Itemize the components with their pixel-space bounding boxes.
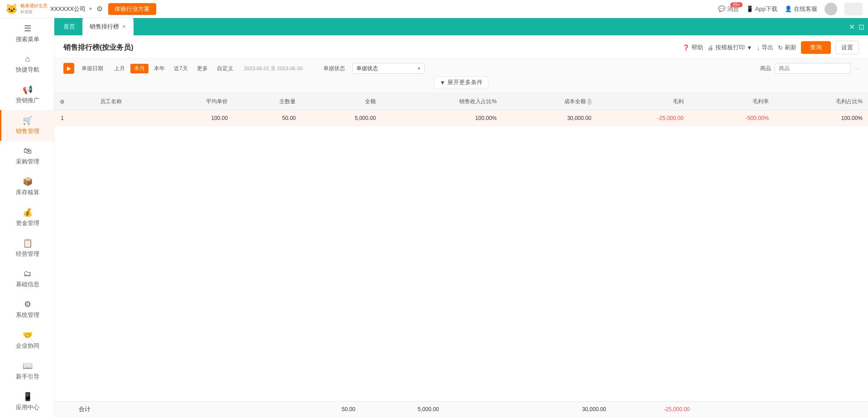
chevron-down-icon[interactable]: ▼ xyxy=(88,6,93,11)
status-filter-group: 单据状态 xyxy=(323,65,345,72)
status-select[interactable]: 单据状态 xyxy=(352,63,425,74)
export-button[interactable]: ↓ 导出 xyxy=(757,43,774,52)
sidebar-item-marketing[interactable]: 📢 营销推广 xyxy=(0,79,54,110)
expand-button[interactable]: ▼ 展开更多条件 xyxy=(434,77,489,88)
app-icon: 📱 xyxy=(746,5,753,12)
company-selector[interactable]: 🐱 畅康通好生意 标准版 XXXXXX公司 ▼ xyxy=(5,3,93,15)
col-profit-rate: 毛利率 xyxy=(689,93,775,110)
cell-profit-pct: 100.00% xyxy=(774,110,868,126)
brand-area: 畅康通好生意 标准版 xyxy=(20,3,48,15)
goods-more-icon[interactable]: ··· xyxy=(854,65,859,72)
try-button[interactable]: 体验行业方案 xyxy=(108,3,156,15)
sidebar-label-search-orders: 搜索菜单 xyxy=(16,35,39,43)
sidebar-item-quick-nav[interactable]: ⌂ 快捷导航 xyxy=(0,49,54,79)
brand-edition: 标准版 xyxy=(20,9,48,15)
message-icon: 💬 xyxy=(718,5,725,12)
col-amount: 全额 xyxy=(301,93,381,110)
page-actions: ❓ 帮助 🖨 按模板打印 ▼ ↓ 导出 ↻ 刷新 xyxy=(682,41,859,54)
sidebar-icon-quick-nav: ⌂ xyxy=(25,54,30,64)
col-cost: 成本全额 i xyxy=(502,93,597,110)
cell-sales-pct: 100.00% xyxy=(381,110,502,126)
status-label: 单据状态 xyxy=(323,65,345,72)
sidebar-icon-marketing: 📢 xyxy=(23,85,33,95)
filter-toggle-btn[interactable]: ▶ xyxy=(63,63,74,74)
sidebar-item-search-orders[interactable]: ☰ 搜索菜单 xyxy=(0,18,54,49)
table-footer: 合计 50.00 5,000.00 30,000.00 -25,000.00 xyxy=(54,401,868,417)
logo-icon: 🐱 xyxy=(5,3,18,15)
col-avg-price: 平均单价 xyxy=(152,93,233,110)
app-download-button[interactable]: 📱 App下载 xyxy=(746,5,777,13)
print-button[interactable]: 🖨 按模板打印 ▼ xyxy=(708,43,753,52)
sidebar-icon-system-mgmt: ⚙ xyxy=(24,299,31,309)
goods-filter-group: 商品 ··· xyxy=(760,63,859,74)
footer-label: 合计 xyxy=(73,405,193,413)
sidebar-item-enterprise[interactable]: 🤝 企业协同 xyxy=(0,325,54,355)
page-header: 销售排行榜(按业务员) ❓ 帮助 🖨 按模板打印 ▼ ↓ 导出 xyxy=(54,35,868,58)
tab-home[interactable]: 首页 xyxy=(56,18,82,35)
sidebar-item-basic-info[interactable]: 🗂 基础信息 xyxy=(0,264,54,294)
print-chevron-icon: ▼ xyxy=(747,44,753,51)
tab-close-window-icon[interactable]: ✕ xyxy=(849,23,855,31)
service-icon: 👤 xyxy=(785,5,792,12)
sales-rank-tab-label: 销售排行榜 xyxy=(90,23,119,31)
sidebar-item-guide[interactable]: 📖 新手引导 xyxy=(0,355,54,386)
date-opt-lastmonth[interactable]: 上月 xyxy=(110,64,129,73)
sidebar-item-system-mgmt[interactable]: ⚙ 系统管理 xyxy=(0,294,54,325)
footer-amount: 5,000.00 xyxy=(361,406,445,412)
settings-icon-btn[interactable]: ⚙ xyxy=(96,5,103,13)
refresh-button[interactable]: ↻ 刷新 xyxy=(778,43,796,52)
table-header-row: ⚙ 员工名称 平均单价 主数量 全额 销售收入占比% 成本全额 i 毛利 毛利率… xyxy=(54,93,868,110)
date-options: 上月 本月 本年 近7天 更多 自定义 xyxy=(110,64,237,73)
date-opt-7days[interactable]: 近7天 xyxy=(170,64,192,73)
tab-sales-rank[interactable]: 销售排行榜 ✕ xyxy=(82,18,134,35)
help-button[interactable]: ❓ 帮助 xyxy=(682,43,703,52)
date-opt-thisyear[interactable]: 本年 xyxy=(150,64,168,73)
cell-name xyxy=(70,110,152,126)
table-row[interactable]: 1 100.00 50.00 5,000.00 100.00% 30,000.0… xyxy=(54,110,868,126)
date-opt-more[interactable]: 更多 xyxy=(193,64,211,73)
online-service-button[interactable]: 👤 在线客服 xyxy=(785,5,817,13)
cell-qty: 50.00 xyxy=(233,110,301,126)
col-qty: 主数量 xyxy=(233,93,301,110)
sidebar-item-operations[interactable]: 📋 经营管理 xyxy=(0,233,54,264)
sidebar-label-inventory: 库存核算 xyxy=(16,188,39,197)
sidebar-icon-app-center: 📱 xyxy=(23,392,33,402)
sidebar-icon-finance: 💰 xyxy=(23,207,33,217)
tab-close-icon[interactable]: ✕ xyxy=(122,24,126,30)
sidebar-item-app-center[interactable]: 📱 应用中心 xyxy=(0,386,54,417)
date-range-text: 2023-06-01 至 2023-06-30 xyxy=(244,65,303,72)
message-button[interactable]: 💬 消息 99+ xyxy=(718,5,739,13)
status-select-wrap: 单据状态 xyxy=(352,63,425,74)
sidebar-label-finance: 资金管理 xyxy=(16,219,39,227)
cell-cost: 30,000.00 xyxy=(502,110,597,126)
sidebar-label-app-center: 应用中心 xyxy=(16,403,39,412)
tab-restore-icon[interactable]: ⊡ xyxy=(858,23,864,31)
sidebar-label-operations: 经营管理 xyxy=(16,250,39,258)
col-settings[interactable]: ⚙ xyxy=(54,93,70,110)
settings-button[interactable]: 设置 xyxy=(835,41,859,54)
date-opt-thismonth[interactable]: 本月 xyxy=(130,64,149,73)
avatar[interactable] xyxy=(825,3,837,15)
col-sales-pct: 销售收入占比% xyxy=(381,93,502,110)
sidebar-label-purchase-mgmt: 采购管理 xyxy=(16,158,39,166)
goods-input[interactable] xyxy=(775,63,851,74)
sidebar-item-inventory[interactable]: 📦 库存核算 xyxy=(0,171,54,202)
table-wrap: ⚙ 员工名称 平均单价 主数量 全额 销售收入占比% 成本全额 i 毛利 毛利率… xyxy=(54,93,868,401)
date-range-display: 2023-06-01 至 2023-06-30 xyxy=(244,65,303,72)
sidebar-label-basic-info: 基础信息 xyxy=(16,280,39,288)
query-button[interactable]: 查询 xyxy=(801,41,831,54)
sidebar-icon-enterprise: 🤝 xyxy=(23,330,33,340)
filter-bar: ▶ 单据日期 上月 本月 本年 近7天 更多 自定义 2023-06-01 至 … xyxy=(54,58,868,93)
message-badge: 99+ xyxy=(730,2,743,7)
date-opt-custom[interactable]: 自定义 xyxy=(213,64,237,73)
sidebar-label-sales-mgmt: 销售管理 xyxy=(16,127,39,135)
col-profit: 毛利 xyxy=(597,93,689,110)
user-name-area xyxy=(844,3,863,15)
main-layout: ☰ 搜索菜单 ⌂ 快捷导航 📢 营销推广 🛒 销售管理 🛍 采购管理 📦 库存核… xyxy=(0,18,868,417)
sidebar-item-purchase-mgmt[interactable]: 🛍 采购管理 xyxy=(0,141,54,171)
cell-profit: -25,000.00 xyxy=(597,110,689,126)
expand-icon: ▼ xyxy=(440,79,446,86)
sidebar-label-enterprise: 企业协同 xyxy=(16,342,39,350)
sidebar-item-sales-mgmt[interactable]: 🛒 销售管理 xyxy=(0,110,54,141)
sidebar-item-finance[interactable]: 💰 资金管理 xyxy=(0,202,54,233)
